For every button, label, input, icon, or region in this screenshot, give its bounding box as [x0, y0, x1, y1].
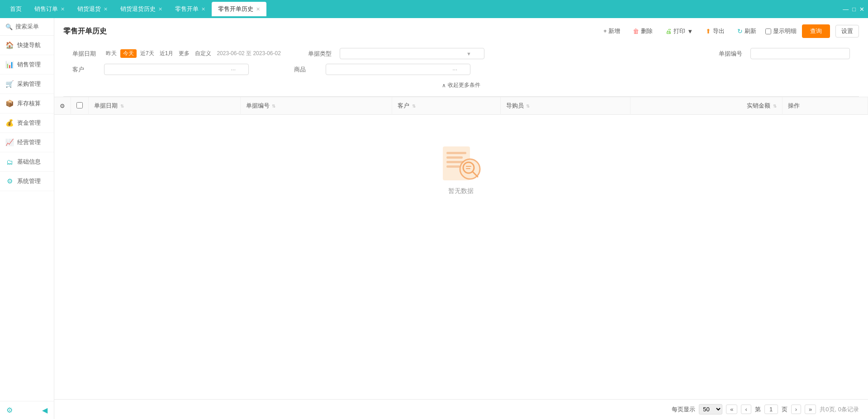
per-page-select[interactable]: 50 10 20 100	[699, 404, 722, 414]
shortcut-yesterday[interactable]: 昨天	[104, 49, 119, 58]
current-page: 1	[764, 405, 778, 414]
minimize-btn[interactable]: —	[843, 6, 849, 13]
empty-row: 暂无数据	[54, 115, 868, 223]
cart-icon: 🛒	[5, 80, 14, 88]
tab-close-retail-open[interactable]: ✕	[201, 6, 205, 12]
print-icon: 🖨	[665, 28, 672, 35]
empty-text: 暂无数据	[448, 187, 474, 195]
goods-select[interactable]: ···	[326, 64, 470, 75]
home-icon: 🏠	[5, 41, 14, 49]
last-page-btn[interactable]: »	[805, 405, 816, 414]
setting-button[interactable]: 设置	[835, 25, 859, 38]
sort-salesperson-icon: ⇅	[526, 104, 530, 108]
page-label: 页	[782, 405, 787, 414]
refresh-button[interactable]: ↻ 刷新	[734, 25, 760, 37]
date-range: 2023-06-02 至 2023-06-02	[217, 50, 280, 57]
doc-type-select[interactable]: ▼	[340, 48, 484, 59]
sidebar-item-base-info[interactable]: 🗂 基础信息	[0, 152, 54, 172]
chart-icon: 📊	[5, 61, 14, 69]
tab-close-retail-open-history[interactable]: ✕	[256, 6, 260, 12]
tab-sales-return-history[interactable]: 销货退货历史 ✕	[114, 2, 169, 16]
th-date[interactable]: 单据日期 ⇅	[89, 97, 241, 115]
gear-icon: ⚙	[5, 177, 14, 185]
shortcut-custom[interactable]: 自定义	[193, 49, 213, 58]
folder-icon: 🗂	[5, 158, 14, 166]
trending-icon: 📈	[5, 138, 14, 146]
shortcut-today[interactable]: 今天	[120, 49, 137, 58]
shortcut-last7[interactable]: 近7天	[138, 49, 156, 58]
tab-bar: 首页 销售订单 ✕ 销货退货 ✕ 销货退货历史 ✕ 零售开单 ✕ 零售开单历史 …	[0, 0, 868, 18]
th-amount[interactable]: 实销金额 ⇅	[631, 97, 783, 115]
customer-ellipsis: ···	[231, 66, 236, 73]
doc-type-label: 单据类型	[308, 50, 340, 58]
table-header-row: ⚙ 单据日期 ⇅ 单据编号 ⇅	[54, 97, 868, 115]
tab-close-sales-return-history[interactable]: ✕	[158, 6, 162, 12]
settings-bottom-icon[interactable]: ⚙	[6, 406, 13, 414]
tab-sales-order[interactable]: 销售订单 ✕	[28, 2, 71, 16]
doc-no-label: 单据编号	[719, 50, 750, 58]
sidebar-item-inventory[interactable]: 📦 库存核算	[0, 94, 54, 113]
export-button[interactable]: ⬆ 导出	[702, 25, 728, 37]
display-detail-checkbox[interactable]: 显示明细	[765, 27, 797, 35]
collapse-button[interactable]: ∧ 收起更多条件	[442, 81, 480, 89]
th-settings[interactable]: ⚙	[54, 97, 71, 115]
sidebar-bottom: ⚙ ◀	[0, 401, 54, 419]
refresh-icon: ↻	[737, 28, 743, 35]
first-page-btn[interactable]: «	[726, 405, 737, 414]
delete-button[interactable]: 🗑 删除	[629, 25, 656, 37]
tab-sales-return[interactable]: 销货退货 ✕	[71, 2, 114, 16]
sort-amount-icon: ⇅	[773, 104, 777, 108]
page-title: 零售开单历史	[63, 27, 107, 36]
select-all-checkbox[interactable]	[76, 102, 83, 108]
sort-no-icon: ⇅	[272, 104, 275, 108]
filter-row-date: 单据日期 昨天 今天 近7天 近1月 更多 自定义 2023-06-02 至 2…	[72, 48, 850, 59]
empty-state: 暂无数据	[54, 115, 868, 222]
toolbar: + 新增 🗑 删除 🖨 打印 ▼ ⬆ 导出	[600, 24, 859, 38]
close-btn[interactable]: ✕	[859, 6, 864, 13]
th-customer[interactable]: 客户 ⇅	[392, 97, 500, 115]
shortcut-more[interactable]: 更多	[177, 49, 191, 58]
maximize-btn[interactable]: □	[852, 6, 856, 13]
collapse-sidebar-icon[interactable]: ◀	[42, 406, 47, 414]
tab-home[interactable]: 首页	[4, 2, 28, 16]
th-no[interactable]: 单据编号 ⇅	[240, 97, 392, 115]
tab-retail-open[interactable]: 零售开单 ✕	[169, 2, 212, 16]
empty-illustration	[434, 142, 488, 187]
chevron-down-icon: ▼	[466, 51, 471, 56]
sidebar-search[interactable]: 🔍 搜索采单	[0, 18, 54, 36]
filter-row-customer: 客户 ··· 商品 ···	[72, 64, 850, 75]
table-settings-icon[interactable]: ⚙	[60, 103, 65, 109]
content-area: 零售开单历史 + 新增 🗑 删除 🖨 打印 ▼ ⬆	[54, 18, 868, 419]
th-salesperson[interactable]: 导购员 ⇅	[500, 97, 631, 115]
sidebar-item-system[interactable]: ⚙ 系统管理	[0, 172, 54, 191]
sidebar-item-business[interactable]: 📈 经营管理	[0, 133, 54, 152]
page-header: 零售开单历史 + 新增 🗑 删除 🖨 打印 ▼ ⬆	[54, 18, 868, 97]
tab-retail-open-history[interactable]: 零售开单历史 ✕	[212, 2, 266, 16]
filter-area: 单据日期 昨天 今天 近7天 近1月 更多 自定义 2023-06-02 至 2…	[63, 42, 859, 97]
total-info: 共0页, 0条记录	[820, 405, 859, 414]
search-icon: 🔍	[5, 24, 13, 30]
next-page-btn[interactable]: ›	[791, 405, 801, 414]
sidebar-item-sales-mgmt[interactable]: 📊 销售管理	[0, 55, 54, 75]
prev-page-btn[interactable]: ‹	[741, 405, 751, 414]
pagination-bar: 每页显示 50 10 20 100 « ‹ 第 1 页 › » 共0页, 0条记…	[54, 399, 868, 419]
th-checkbox[interactable]	[71, 97, 89, 115]
sidebar-item-finance[interactable]: 💰 资金管理	[0, 113, 54, 133]
money-icon: 💰	[5, 119, 14, 127]
customer-select[interactable]: ···	[104, 64, 249, 75]
tab-close-sales-return[interactable]: ✕	[104, 6, 108, 12]
main-layout: 🔍 搜索采单 🏠 快捷导航 📊 销售管理 🛒 采购管理 📦 库存核算 💰 资金管…	[0, 18, 868, 419]
display-detail-input[interactable]	[765, 28, 771, 34]
tab-close-sales-order[interactable]: ✕	[61, 6, 65, 12]
goods-filter: 商品 ···	[294, 64, 470, 75]
query-button[interactable]: 查询	[802, 24, 830, 38]
sidebar-item-quick-nav[interactable]: 🏠 快捷导航	[0, 36, 54, 55]
doc-no-input[interactable]	[750, 48, 850, 59]
shortcut-last1m[interactable]: 近1月	[158, 49, 175, 58]
add-button[interactable]: + 新增	[600, 25, 624, 37]
print-button[interactable]: 🖨 打印 ▼	[662, 25, 697, 37]
delete-icon: 🗑	[633, 28, 639, 35]
sidebar-item-purchase-mgmt[interactable]: 🛒 采购管理	[0, 75, 54, 94]
page-label-pre: 第	[755, 405, 761, 414]
th-action: 操作	[783, 97, 868, 115]
